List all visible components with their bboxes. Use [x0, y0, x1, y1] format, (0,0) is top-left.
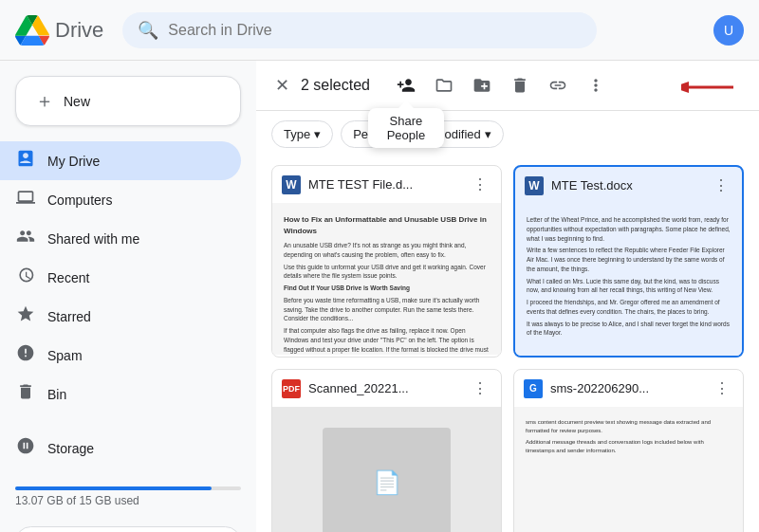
file-card-3-name: Scanned_20221... — [308, 381, 409, 395]
topbar: Drive 🔍 U — [0, 0, 759, 61]
shared-with-me-icon — [15, 227, 36, 250]
sidebar-item-shared-with-me[interactable]: Shared with me — [0, 219, 241, 258]
sidebar-item-spam-label: Spam — [47, 348, 83, 363]
filters-bar: Type ▾ People ▾ Modified ▾ — [256, 111, 759, 157]
sidebar-item-starred[interactable]: Starred — [0, 297, 241, 336]
file-card-4-preview-text: sms content document preview text showin… — [522, 414, 735, 462]
file-card-2-header: W MTE Test.docx ⋮ — [515, 167, 742, 204]
storage-icon — [15, 436, 36, 460]
file-card-3-title-area: PDF Scanned_20221... — [282, 379, 469, 398]
file-card-1-menu[interactable]: ⋮ — [469, 174, 491, 195]
sidebar-item-storage[interactable]: Storage — [0, 429, 241, 468]
file-card-4-icon: G — [524, 379, 543, 398]
logo-area: Drive — [15, 13, 103, 47]
sidebar-item-storage-label: Storage — [47, 441, 94, 456]
file-card-4-menu[interactable]: ⋮ — [711, 377, 733, 399]
sidebar-item-shared-label: Shared with me — [47, 231, 139, 247]
toolbar: ✕ 2 selected Share People — [256, 61, 759, 111]
file-card-4-title-area: G sms-202206290... — [524, 379, 711, 398]
sidebar-item-computers-label: Computers — [47, 193, 112, 208]
file-card-2-icon: W — [525, 176, 544, 195]
file-card-3-header: PDF Scanned_20221... ⋮ — [272, 370, 501, 407]
content-area: ✕ 2 selected Share People — [256, 61, 759, 532]
search-bar[interactable]: 🔍 — [122, 12, 597, 48]
toolbar-actions: Share People — [389, 68, 613, 102]
sidebar-item-my-drive[interactable]: My Drive — [0, 141, 241, 180]
search-icon: 🔍 — [138, 20, 158, 41]
file-card-1-icon: W — [282, 175, 301, 194]
get-more-storage-button[interactable]: Get more storage — [15, 526, 241, 532]
file-card-2-menu[interactable]: ⋮ — [710, 174, 732, 196]
file-card-4-header: G sms-202206290... ⋮ — [514, 370, 743, 407]
share-tooltip-popup: Share People — [368, 108, 444, 148]
file-card-1-name: MTE TEST File.d... — [308, 177, 413, 192]
computers-icon — [15, 188, 36, 211]
file-card-3-menu[interactable]: ⋮ — [469, 377, 491, 399]
selected-count-text: 2 selected — [301, 77, 370, 94]
sidebar-item-computers[interactable]: Computers — [0, 180, 241, 219]
sidebar-item-my-drive-label: My Drive — [47, 154, 100, 169]
more-options-button[interactable] — [579, 68, 613, 102]
bin-icon — [15, 382, 36, 406]
file-grid: W MTE TEST File.d... ⋮ How to Fix an Unf… — [256, 157, 759, 532]
storage-bar-background — [15, 486, 241, 490]
type-filter-chevron: ▾ — [314, 127, 321, 141]
file-card-3-icon: PDF — [282, 379, 301, 398]
file-card-1-preview: How to Fix an Unformattable and Unusable… — [272, 203, 501, 355]
file-card-3[interactable]: PDF Scanned_20221... ⋮ 📄 — [271, 369, 502, 532]
modified-filter-chevron: ▾ — [485, 127, 491, 141]
type-filter-button[interactable]: Type ▾ — [271, 120, 333, 148]
sidebar-item-starred-label: Starred — [47, 309, 91, 324]
new-button-label: New — [64, 94, 90, 109]
starred-icon — [15, 304, 36, 328]
plus-icon: ＋ — [35, 88, 54, 114]
google-drive-logo — [15, 13, 49, 47]
file-card-4-name: sms-202206290... — [550, 381, 649, 395]
file-card-2-name: MTE Test.docx — [551, 178, 633, 193]
my-drive-icon — [15, 149, 36, 173]
file-card-2[interactable]: W MTE Test.docx ⋮ Letter of the Wheat Pr… — [513, 165, 744, 358]
file-card-3-preview: 📄 — [272, 407, 501, 532]
file-card-1-title-area: W MTE TEST File.d... — [282, 175, 469, 194]
new-button[interactable]: ＋ New — [15, 76, 241, 126]
app-title: Drive — [55, 18, 103, 43]
tooltip-share-text: Share People — [368, 108, 444, 148]
share-people-button[interactable] — [389, 68, 423, 102]
spam-icon — [15, 343, 36, 367]
topbar-right: U — [713, 15, 744, 46]
storage-bar-fill — [15, 486, 212, 490]
file-card-2-preview: Letter of the Wheat Prince, and he accom… — [515, 204, 742, 356]
file-card-1-header: W MTE TEST File.d... ⋮ — [272, 166, 501, 203]
get-link-button[interactable] — [541, 68, 575, 102]
add-to-folder-button[interactable] — [465, 68, 499, 102]
file-card-2-preview-text: Letter of the Wheat Prince, and he accom… — [523, 211, 734, 344]
sidebar-item-bin-label: Bin — [47, 387, 66, 402]
move-button[interactable] — [427, 68, 461, 102]
sidebar-item-recent[interactable]: Recent — [0, 258, 241, 297]
delete-button[interactable] — [503, 68, 537, 102]
storage-used-text: 13.07 GB of 15 GB used — [15, 494, 241, 507]
file-card-2-title-area: W MTE Test.docx — [525, 176, 710, 195]
sidebar: ＋ New My Drive Computers Shared with me — [0, 61, 256, 532]
search-input[interactable] — [168, 22, 582, 39]
storage-section: 13.07 GB of 15 GB used — [0, 468, 256, 519]
sidebar-item-spam[interactable]: Spam — [0, 336, 241, 375]
sidebar-item-bin[interactable]: Bin — [0, 375, 241, 413]
tooltip-arrow — [398, 101, 414, 108]
file-card-1[interactable]: W MTE TEST File.d... ⋮ How to Fix an Unf… — [271, 165, 502, 358]
file-card-4-preview: sms content document preview text showin… — [514, 407, 743, 532]
recent-icon — [15, 266, 36, 289]
red-arrow-indicator — [681, 68, 738, 106]
file-card-4[interactable]: G sms-202206290... ⋮ sms content documen… — [513, 369, 744, 532]
type-filter-label: Type — [284, 127, 310, 141]
avatar[interactable]: U — [713, 15, 744, 46]
file-card-1-preview-text: How to Fix an Unformattable and Unusable… — [280, 211, 493, 355]
close-selection-button[interactable]: ✕ — [271, 71, 293, 100]
sidebar-item-recent-label: Recent — [47, 270, 89, 285]
share-tooltip-container: Share People — [389, 68, 423, 102]
main-layout: ＋ New My Drive Computers Shared with me — [0, 61, 759, 532]
